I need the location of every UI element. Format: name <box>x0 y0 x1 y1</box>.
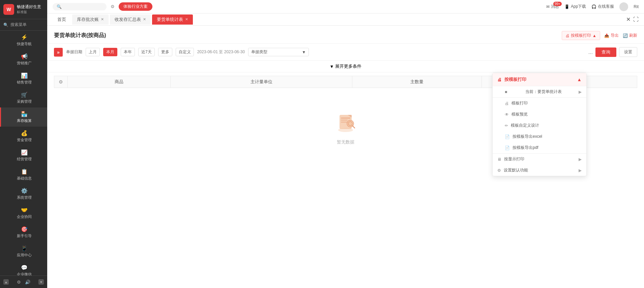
page-actions: 🖨 按模板打印 ▲ 📤 导出 🔄 刷新 <box>562 31 637 40</box>
tab-inventory-batch[interactable]: 库存批次账 ✕ <box>72 14 109 25</box>
search-icon: 🔍 <box>3 23 8 27</box>
expand-more-label: 展开更多条件 <box>335 63 361 69</box>
app-name: 畅捷通好生意 <box>17 4 41 10</box>
marketing-icon: 📢 <box>21 53 28 60</box>
template-design-item[interactable]: ✏ 模板自定义设计 <box>493 120 586 131</box>
export-pdf-icon: 📄 <box>505 146 510 150</box>
user-avatar[interactable] <box>619 2 628 11</box>
sidebar-item-sales[interactable]: 📊 销售管理 <box>0 69 47 88</box>
export-excel-item[interactable]: 📄 按模板导出excel <box>493 131 586 142</box>
current-template-label: 当前：要货单统计表 <box>525 89 562 95</box>
table-col-settings[interactable]: ⚙ <box>54 76 68 88</box>
window-close-button[interactable]: ✕ <box>626 16 631 23</box>
system-icon: ⚙️ <box>21 188 28 194</box>
chevron-up-icon: ▲ <box>592 33 596 38</box>
template-print-item[interactable]: 🖨 模板打印 <box>493 98 586 109</box>
template-print-label: 模板打印 <box>511 100 528 106</box>
default-settings-section[interactable]: ⚙ 设置默认功能 ▶ <box>493 165 586 176</box>
template-preview-item[interactable]: 👁 模板预览 <box>493 109 586 120</box>
tab-bar: 首页 库存批次账 ✕ 收发存汇总表 ✕ 要货单统计表 ✕ ✕ ⛶ <box>47 13 644 26</box>
tab-bar-right: ✕ ⛶ <box>626 16 639 23</box>
message-badge: 99+ <box>553 2 562 6</box>
sidebar-item-basic[interactable]: 📋 基础信息 <box>0 165 47 184</box>
table-col-product: 商品 <box>68 76 171 88</box>
template-preview-icon: 👁 <box>505 112 509 117</box>
date-last-7days-button[interactable]: 近7天 <box>138 48 155 56</box>
default-settings-label: 设置默认功能 <box>504 167 528 173</box>
tab-receipt-summary-close[interactable]: ✕ <box>143 17 146 22</box>
sidebar-item-label: 企业协同 <box>17 214 32 219</box>
default-settings-chevron: ▶ <box>579 168 582 173</box>
tab-inventory-batch-close[interactable]: ✕ <box>101 17 104 22</box>
sidebar-bottom: ▲ ⚙ 🔊 ▼ <box>0 276 47 288</box>
sidebar-item-purchase[interactable]: 🛒 采购管理 <box>0 88 47 107</box>
page-content: 要货单统计表(按商品) 🖨 按模板打印 ▲ 📤 导出 🔄 刷新 <box>47 26 644 288</box>
order-type-label: 单据类型 <box>251 49 267 55</box>
sidebar-item-guide[interactable]: 🎯 新手引导 <box>0 223 47 242</box>
sidebar-item-operation[interactable]: 📈 经营管理 <box>0 146 47 165</box>
sidebar-item-wechat[interactable]: 💬 企业微信 <box>0 261 47 276</box>
display-print-left: 🖥 按显示打印 <box>497 156 524 162</box>
tab-inventory-batch-label: 库存批次账 <box>77 17 99 23</box>
settings-icon[interactable]: ⚙ <box>17 280 21 285</box>
industry-solution-button[interactable]: 体验行业方案 <box>119 2 152 11</box>
tab-order-stats[interactable]: 要货单统计表 ✕ <box>152 14 193 25</box>
tab-order-stats-close[interactable]: ✕ <box>185 17 188 22</box>
tab-receipt-summary[interactable]: 收发存汇总表 ✕ <box>110 14 151 25</box>
print-dropdown-title: 按模板打印 <box>504 76 526 83</box>
date-range-label: 2023-06-01 至 2023-06-30 <box>197 49 245 55</box>
display-print-section[interactable]: 🖥 按显示打印 ▶ <box>493 154 586 165</box>
scroll-down-button[interactable]: ▼ <box>38 279 44 285</box>
date-more-button[interactable]: 更多 <box>158 48 172 56</box>
sidebar-search[interactable]: 🔍 搜索菜单 <box>0 19 47 31</box>
window-maximize-button[interactable]: ⛶ <box>633 17 639 23</box>
message-button[interactable]: ✉ 消息 99+ <box>546 4 559 9</box>
sidebar-item-quick-nav[interactable]: ⚡ 快捷导航 <box>0 31 47 50</box>
settings-button[interactable]: 设置 <box>619 47 637 57</box>
sidebar-item-appstore[interactable]: 📱 应用中心 <box>0 242 47 261</box>
date-label: 单据日期 <box>66 49 82 55</box>
date-last-month-button[interactable]: 上月 <box>86 48 100 56</box>
download-icon: 📱 <box>564 4 569 9</box>
order-type-select[interactable]: 单据类型 ▼ <box>248 48 309 56</box>
more-options-icon[interactable]: ... <box>588 49 593 55</box>
print-template-button[interactable]: 🖨 按模板打印 ▲ <box>562 31 600 40</box>
sidebar-item-inventory[interactable]: 🏪 库存核算 <box>0 107 47 127</box>
sales-icon: 📊 <box>21 72 28 79</box>
sidebar-item-label: 企业微信 <box>17 272 32 276</box>
top-search-box[interactable]: 🔍 <box>53 3 107 10</box>
sidebar-item-label: 基础信息 <box>17 176 32 181</box>
export-button[interactable]: 📤 导出 <box>604 33 619 38</box>
tab-home[interactable]: 首页 <box>53 14 71 25</box>
dropdown-header-left: 🖨 按模板打印 <box>497 76 526 83</box>
expand-more-button[interactable]: ▼ 展开更多条件 <box>330 63 362 69</box>
sidebar-item-finance[interactable]: 💰 资金管理 <box>0 127 47 146</box>
print-template-label: 按模板打印 <box>571 33 591 38</box>
operation-icon: 📈 <box>21 149 28 156</box>
app-download-label: App下载 <box>571 4 586 9</box>
current-template-item[interactable]: ■ 当前：要货单统计表 ▶ <box>493 86 586 97</box>
date-this-year-button[interactable]: 本年 <box>121 48 135 56</box>
table-settings-icon[interactable]: ⚙ <box>59 79 63 85</box>
refresh-icon: 🔄 <box>623 33 628 38</box>
date-custom-button[interactable]: 自定义 <box>176 48 194 56</box>
header-gear-icon[interactable]: ⚙ <box>111 4 115 9</box>
message-icon: ✉ <box>546 4 550 9</box>
refresh-button[interactable]: 🔄 刷新 <box>623 33 637 38</box>
filter-toggle-button[interactable]: » <box>54 48 63 57</box>
query-button[interactable]: 查询 <box>595 47 616 57</box>
sidebar-item-collab[interactable]: 🤝 企业协同 <box>0 203 47 223</box>
print-btn-wrap: 🖨 按模板打印 ▲ <box>562 31 600 40</box>
dropdown-header[interactable]: 🖨 按模板打印 ▲ <box>493 73 586 86</box>
scroll-up-button[interactable]: ▲ <box>3 279 9 285</box>
empty-state-text: 暂无数据 <box>337 139 354 145</box>
export-pdf-item[interactable]: 📄 按模板导出pdf <box>493 142 586 153</box>
sidebar-item-system[interactable]: ⚙️ 系统管理 <box>0 184 47 203</box>
date-this-month-button[interactable]: 本月 <box>103 48 117 56</box>
dropdown-collapse-icon[interactable]: ▲ <box>577 77 582 82</box>
app-download-button[interactable]: 📱 App下载 <box>564 4 586 9</box>
speaker-icon[interactable]: 🔊 <box>25 280 30 285</box>
wechat-icon: 💬 <box>21 264 28 271</box>
sidebar-item-marketing[interactable]: 📢 营销推广 <box>0 50 47 69</box>
online-service-button[interactable]: 🎧 在线客服 <box>591 4 614 9</box>
